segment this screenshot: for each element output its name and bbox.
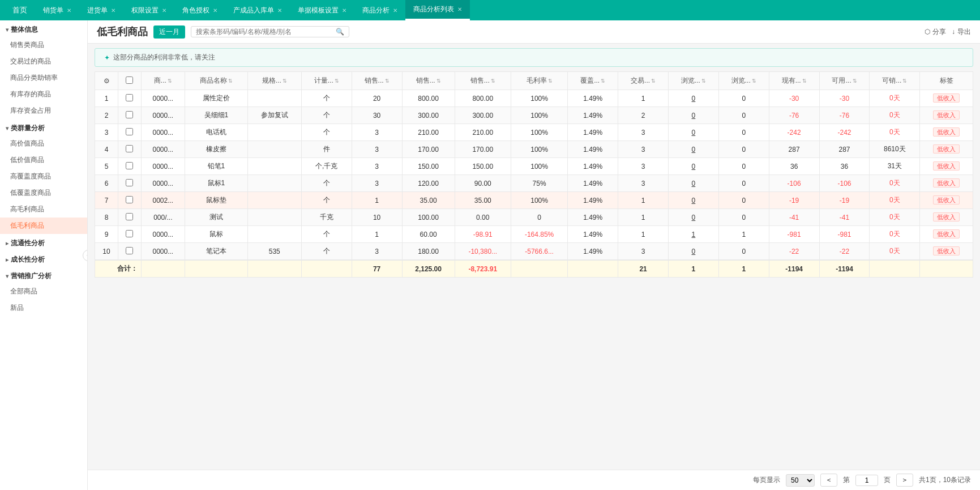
- sidebar-item-low-coverage[interactable]: 低覆盖度商品: [0, 185, 87, 201]
- col-sales-qty[interactable]: 销售...⇅: [352, 72, 402, 90]
- nav-home[interactable]: 首页: [5, 0, 35, 20]
- row-views1[interactable]: 0: [668, 90, 718, 107]
- row-views1[interactable]: 0: [668, 175, 718, 192]
- col-settings[interactable]: ⚙: [95, 72, 118, 90]
- row-checkbox[interactable]: [118, 158, 142, 175]
- page-size-select[interactable]: 50 100 200: [786, 474, 815, 487]
- sidebar-item-stock-capital[interactable]: 库存资金占用: [0, 103, 87, 119]
- search-input[interactable]: [196, 28, 333, 36]
- row-checkbox[interactable]: [118, 226, 142, 243]
- sidebar-group-circulation[interactable]: ▸ 流通性分析: [0, 234, 87, 250]
- nav-purchase-order[interactable]: 进货单 ✕: [79, 0, 123, 20]
- sidebar-item-stock-products[interactable]: 有库存的商品: [0, 86, 87, 103]
- row-select-checkbox[interactable]: [126, 230, 133, 237]
- sidebar-item-high-value[interactable]: 高价值商品: [0, 135, 87, 152]
- col-code[interactable]: 商...⇅: [141, 72, 185, 90]
- page-number-input[interactable]: [855, 475, 878, 486]
- col-tag[interactable]: 标签: [920, 72, 973, 90]
- col-sales-profit[interactable]: 销售...⇅: [455, 72, 511, 90]
- col-current-stock[interactable]: 现有...⇅: [769, 72, 819, 90]
- col-gross-margin[interactable]: 毛利率⇅: [511, 72, 567, 90]
- close-icon[interactable]: ✕: [393, 7, 397, 14]
- sidebar-item-low-margin[interactable]: 低毛利商品: [0, 218, 87, 234]
- col-spec[interactable]: 规格...⇅: [247, 72, 301, 90]
- col-views1[interactable]: 浏览...⇅: [668, 72, 718, 90]
- col-coverage[interactable]: 覆盖...⇅: [568, 72, 618, 90]
- col-saleable-days[interactable]: 可销...⇅: [870, 72, 920, 90]
- row-views1[interactable]: 1: [668, 226, 718, 243]
- row-checkbox[interactable]: [118, 90, 142, 107]
- sidebar-item-sales-products[interactable]: 销售类商品: [0, 37, 87, 53]
- row-views1[interactable]: 0: [668, 209, 718, 226]
- sidebar-item-high-margin[interactable]: 高毛利商品: [0, 201, 87, 218]
- close-icon[interactable]: ✕: [457, 6, 462, 12]
- close-icon[interactable]: ✕: [111, 7, 115, 14]
- row-views1[interactable]: 0: [668, 158, 718, 175]
- row-select-checkbox[interactable]: [126, 179, 133, 186]
- nav-role-auth[interactable]: 角色授权 ✕: [174, 0, 225, 20]
- row-tag: 低收入: [920, 158, 973, 175]
- row-checkbox[interactable]: [118, 141, 142, 158]
- sidebar-group-overall[interactable]: ▾ 整体信息: [0, 20, 87, 37]
- row-views1[interactable]: 0: [668, 243, 718, 261]
- share-button[interactable]: ⬡ 分享: [925, 27, 946, 37]
- row-checkbox[interactable]: [118, 209, 142, 226]
- nav-sales-order[interactable]: 销货单 ✕: [35, 0, 79, 20]
- row-checkbox[interactable]: [118, 107, 142, 124]
- period-button[interactable]: 近一月: [153, 25, 185, 39]
- row-checkbox[interactable]: [118, 243, 142, 261]
- row-select-checkbox[interactable]: [126, 94, 133, 101]
- row-code: 0000...: [141, 175, 185, 192]
- row-select-checkbox[interactable]: [126, 145, 133, 152]
- sidebar-item-new-products[interactable]: 新品: [0, 300, 87, 316]
- page-size-label: 每页显示: [753, 475, 780, 485]
- row-checkbox[interactable]: [118, 175, 142, 192]
- close-icon[interactable]: ✕: [67, 7, 71, 14]
- nav-permission-settings[interactable]: 权限设置 ✕: [123, 0, 174, 20]
- total-info: 共1页，10条记录: [919, 475, 971, 485]
- row-checkbox[interactable]: [118, 124, 142, 141]
- row-select-checkbox[interactable]: [126, 213, 133, 220]
- sidebar-item-traded-products[interactable]: 交易过的商品: [0, 53, 87, 70]
- nav-product-analysis-list[interactable]: 商品分析列表 ✕: [405, 0, 470, 20]
- sidebar-item-category-sales-rate[interactable]: 商品分类助销率: [0, 70, 87, 86]
- row-select-checkbox[interactable]: [126, 247, 133, 254]
- close-icon[interactable]: ✕: [342, 7, 346, 14]
- col-name[interactable]: 商品名称⇅: [185, 72, 248, 90]
- select-all-checkbox[interactable]: [126, 76, 133, 84]
- col-trade-count[interactable]: 交易...⇅: [618, 72, 669, 90]
- col-checkbox[interactable]: [118, 72, 142, 90]
- sidebar-group-cluster[interactable]: ▾ 类群量分析: [0, 119, 87, 135]
- row-select-checkbox[interactable]: [126, 162, 133, 169]
- row-trade-count: 3: [618, 124, 669, 141]
- row-select-checkbox[interactable]: [126, 111, 133, 118]
- col-available-stock[interactable]: 可用...⇅: [819, 72, 870, 90]
- sidebar-item-low-value[interactable]: 低价值商品: [0, 152, 87, 168]
- export-button[interactable]: ↓ 导出: [952, 27, 971, 37]
- nav-product-analysis[interactable]: 商品分析 ✕: [354, 0, 405, 20]
- row-views2: 0: [718, 192, 769, 209]
- nav-product-inbound[interactable]: 产成品入库单 ✕: [225, 0, 290, 20]
- table-container: ⚙ 商...⇅ 商品名称⇅ 规格...⇅ 计量...⇅ 销售...⇅ 销售...…: [88, 71, 980, 470]
- sidebar-item-all-products[interactable]: 全部商品: [0, 283, 87, 300]
- col-views2[interactable]: 浏览...⇅: [718, 72, 769, 90]
- sidebar-group-marketing[interactable]: ▾ 营销推广分析: [0, 267, 87, 283]
- close-icon[interactable]: ✕: [162, 7, 166, 14]
- prev-page-btn[interactable]: ＜: [820, 474, 837, 487]
- col-sales-amount[interactable]: 销售...⇅: [402, 72, 455, 90]
- row-views1[interactable]: 0: [668, 124, 718, 141]
- row-views1[interactable]: 0: [668, 107, 718, 124]
- row-checkbox[interactable]: [118, 192, 142, 209]
- col-unit[interactable]: 计量...⇅: [301, 72, 352, 90]
- search-icon[interactable]: 🔍: [336, 28, 344, 36]
- row-views1[interactable]: 0: [668, 192, 718, 209]
- row-select-checkbox[interactable]: [126, 128, 133, 135]
- nav-template-settings[interactable]: 单据模板设置 ✕: [290, 0, 354, 20]
- sidebar-group-growth[interactable]: ▸ 成长性分析: [0, 250, 87, 267]
- next-page-btn[interactable]: ＞: [896, 474, 913, 487]
- sidebar-item-high-coverage[interactable]: 高覆盖度商品: [0, 168, 87, 185]
- close-icon[interactable]: ✕: [213, 7, 217, 14]
- row-select-checkbox[interactable]: [126, 196, 133, 203]
- close-icon[interactable]: ✕: [277, 7, 282, 14]
- row-views1[interactable]: 0: [668, 141, 718, 158]
